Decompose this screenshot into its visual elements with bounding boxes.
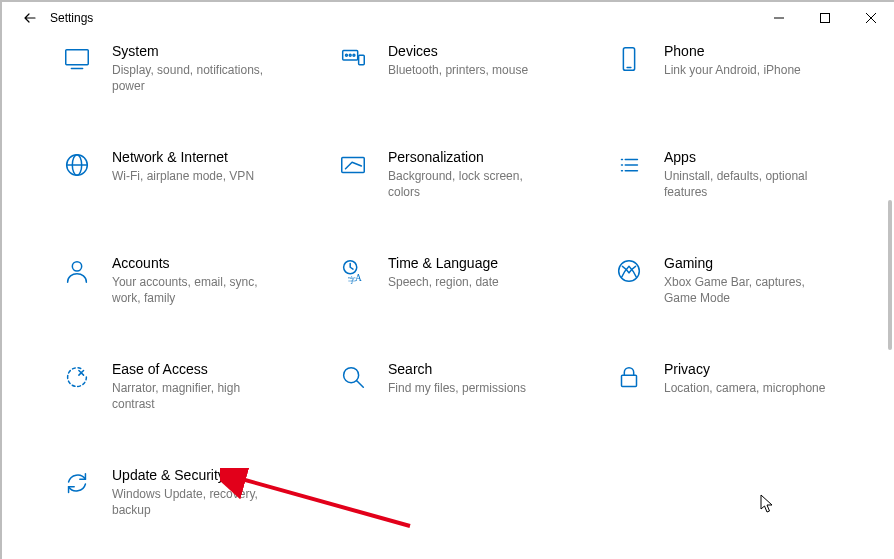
tile-search[interactable]: Search Find my files, permissions — [336, 360, 600, 416]
tile-desc: Uninstall, defaults, optional features — [664, 168, 834, 200]
update-security-icon — [60, 466, 94, 522]
globe-icon — [60, 148, 94, 204]
minimize-button[interactable] — [756, 2, 802, 34]
tile-title: Accounts — [112, 254, 314, 272]
svg-point-5 — [346, 54, 348, 56]
tile-network[interactable]: Network & Internet Wi-Fi, airplane mode,… — [60, 148, 324, 204]
ease-of-access-icon — [60, 360, 94, 416]
tile-desc: Bluetooth, printers, mouse — [388, 62, 558, 78]
tile-title: Gaming — [664, 254, 866, 272]
search-icon — [336, 360, 370, 416]
svg-point-6 — [349, 54, 351, 56]
tile-title: Network & Internet — [112, 148, 314, 166]
tile-desc: Xbox Game Bar, captures, Game Mode — [664, 274, 834, 306]
tile-desc: Display, sound, notifications, power — [112, 62, 282, 94]
tile-desc: Background, lock screen, colors — [388, 168, 558, 200]
svg-rect-2 — [66, 50, 89, 65]
tile-title: Phone — [664, 42, 866, 60]
tile-desc: Location, camera, microphone — [664, 380, 834, 396]
tile-title: Apps — [664, 148, 866, 166]
phone-icon — [612, 42, 646, 98]
tile-desc: Speech, region, date — [388, 274, 558, 290]
devices-icon — [336, 42, 370, 98]
tile-update-security[interactable]: Update & Security Windows Update, recove… — [60, 466, 324, 522]
tile-title: Time & Language — [388, 254, 590, 272]
gaming-icon — [612, 254, 646, 310]
window-title: Settings — [50, 11, 93, 25]
tile-accounts[interactable]: Accounts Your accounts, email, sync, wor… — [60, 254, 324, 310]
scrollbar-thumb[interactable] — [888, 200, 892, 350]
tile-time-language[interactable]: A字 Time & Language Speech, region, date — [336, 254, 600, 310]
close-button[interactable] — [848, 2, 894, 34]
apps-icon — [612, 148, 646, 204]
tile-phone[interactable]: Phone Link your Android, iPhone — [612, 42, 876, 98]
tile-apps[interactable]: Apps Uninstall, defaults, optional featu… — [612, 148, 876, 204]
personalization-icon — [336, 148, 370, 204]
tile-ease-of-access[interactable]: Ease of Access Narrator, magnifier, high… — [60, 360, 324, 416]
tile-title: Personalization — [388, 148, 590, 166]
tile-devices[interactable]: Devices Bluetooth, printers, mouse — [336, 42, 600, 98]
tile-title: Search — [388, 360, 590, 378]
accounts-icon — [60, 254, 94, 310]
svg-line-27 — [357, 381, 364, 388]
tile-title: Update & Security — [112, 466, 314, 484]
svg-point-7 — [353, 54, 355, 56]
tile-desc: Narrator, magnifier, high contrast — [112, 380, 282, 412]
system-icon — [60, 42, 94, 98]
tile-title: Ease of Access — [112, 360, 314, 378]
svg-text:字: 字 — [348, 276, 356, 285]
tile-title: System — [112, 42, 314, 60]
tile-desc: Find my files, permissions — [388, 380, 558, 396]
privacy-icon — [612, 360, 646, 416]
tile-system[interactable]: System Display, sound, notifications, po… — [60, 42, 324, 98]
tile-title: Privacy — [664, 360, 866, 378]
maximize-button[interactable] — [802, 2, 848, 34]
tile-gaming[interactable]: Gaming Xbox Game Bar, captures, Game Mod… — [612, 254, 876, 310]
tile-privacy[interactable]: Privacy Location, camera, microphone — [612, 360, 876, 416]
time-language-icon: A字 — [336, 254, 370, 310]
svg-rect-28 — [622, 375, 637, 386]
svg-point-21 — [72, 262, 81, 271]
back-button[interactable] — [14, 10, 46, 26]
tile-desc: Your accounts, email, sync, work, family — [112, 274, 282, 306]
tile-desc: Link your Android, iPhone — [664, 62, 834, 78]
tile-desc: Wi-Fi, airplane mode, VPN — [112, 168, 282, 184]
tile-personalization[interactable]: Personalization Background, lock screen,… — [336, 148, 600, 204]
svg-rect-8 — [359, 55, 365, 64]
svg-rect-1 — [821, 14, 830, 23]
tile-desc: Windows Update, recovery, backup — [112, 486, 282, 518]
tile-title: Devices — [388, 42, 590, 60]
